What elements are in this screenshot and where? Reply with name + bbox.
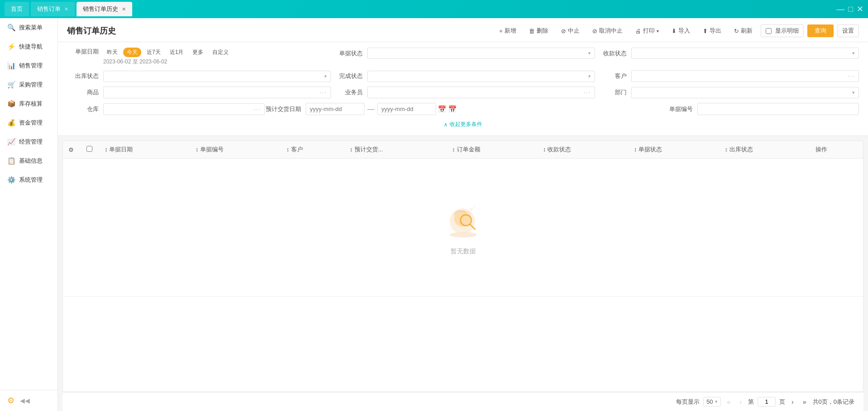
customer-input[interactable]: ··· [631, 70, 859, 82]
tab-sales-order-history[interactable]: 销售订单历史 ✕ [77, 2, 132, 16]
page-title: 销售订单历史 [67, 25, 494, 36]
status-select[interactable]: ▾ [367, 48, 595, 59]
sidebar-item-purchase-mgmt[interactable]: 🛒 采购管理 [0, 75, 58, 94]
th-number: ↕ 单据编号 [190, 141, 281, 159]
salesperson-filter-group: 业务员 ··· [331, 87, 595, 98]
sidebar-item-sales-mgmt[interactable]: 📊 销售管理 [0, 56, 58, 75]
export-label: 导出 [710, 27, 721, 35]
order-number-filter-group: 单据编号 [661, 103, 859, 115]
maximize-icon[interactable]: □ [848, 5, 853, 14]
import-button[interactable]: ⬇ 导入 [667, 24, 695, 37]
th-doc-text: 单据状态 [638, 146, 662, 153]
total-label: 共0页，0条记录 [813, 398, 854, 406]
outbound-filter-group: 出库状态 ▾ [67, 71, 331, 82]
order-number-input[interactable] [697, 103, 859, 115]
settings-button[interactable]: 设置 [837, 24, 859, 37]
receipt-status-arrow-icon: ▾ [852, 50, 855, 56]
tab-sales-order-close[interactable]: ✕ [64, 6, 68, 12]
th-number-sort-icon: ↕ [196, 146, 200, 153]
sidebar-item-quick-nav[interactable]: ⚡ 快捷导航 [0, 37, 58, 56]
first-page-button[interactable]: « [724, 397, 734, 406]
cancel-stop-button[interactable]: ⊘ 取消中止 [588, 24, 627, 37]
expected-date-end[interactable] [377, 103, 436, 115]
department-filter-group: 部门 ▾ [595, 87, 859, 98]
sidebar-item-capital-mgmt-label: 资金管理 [19, 119, 43, 127]
tab-sales-order-history-close[interactable]: ✕ [122, 6, 126, 12]
sidebar-item-purchase-mgmt-label: 采购管理 [19, 81, 43, 89]
sidebar-item-system-mgmt[interactable]: ⚙️ 系统管理 [0, 170, 58, 189]
prev-page-button[interactable]: ‹ [737, 397, 744, 406]
product-label: 商品 [67, 88, 103, 97]
page-size-select[interactable]: 50 ▾ [703, 397, 720, 406]
completion-status-select[interactable]: ▾ [367, 71, 595, 82]
date-btn-more[interactable]: 更多 [189, 48, 207, 57]
tab-sales-order[interactable]: 销售订单 ✕ [31, 2, 75, 16]
receipt-status-label: 收款状态 [595, 49, 631, 58]
collapse-button[interactable]: ∧ 收起更多条件 [67, 119, 859, 130]
date-btn-last1m[interactable]: 近1月 [166, 48, 187, 57]
sidebar-item-capital-mgmt[interactable]: 💰 资金管理 [0, 113, 58, 132]
last-page-button[interactable]: » [800, 397, 809, 406]
query-button[interactable]: 查询 [807, 24, 834, 37]
filter-row-2: 出库状态 ▾ 完成状态 ▾ 客户 [67, 70, 859, 82]
header-row: ⚙ ↕ 单据日期 ↕ 单据编号 ↕ 客户 [63, 141, 863, 159]
export-button[interactable]: ⬆ 导出 [698, 24, 726, 37]
customer-filter-group: 客户 ··· [595, 70, 859, 82]
th-amount-text: 订单金额 [457, 146, 480, 153]
next-page-button[interactable]: › [789, 397, 796, 406]
minimize-icon[interactable]: — [836, 5, 844, 14]
th-amount-sort-icon: ↕ [452, 146, 457, 153]
select-all-checkbox[interactable] [86, 146, 92, 152]
salesperson-input[interactable]: ··· [367, 87, 595, 98]
th-customer: ↕ 客户 [281, 141, 344, 159]
date-btn-today[interactable]: 今天 [123, 48, 141, 57]
content-area: 销售订单历史 + 新增 🗑 删除 ⊘ 中止 ⊘ 取消中止 [58, 18, 868, 411]
department-select[interactable]: ▾ [631, 87, 859, 98]
print-arrow-icon: ▾ [657, 29, 659, 34]
close-window-icon[interactable]: ✕ [857, 4, 863, 14]
tab-home[interactable]: 首页 [5, 2, 29, 16]
new-button[interactable]: + 新增 [494, 24, 521, 37]
display-columns-checkbox[interactable] [766, 28, 772, 34]
operations-icon: 📈 [7, 138, 15, 146]
sidebar-item-operations-label: 经营管理 [19, 138, 43, 146]
date-start-calendar-icon[interactable]: 📅 [438, 105, 446, 113]
receipt-status-select[interactable]: ▾ [631, 48, 859, 59]
print-button[interactable]: 🖨 打印 ▾ [631, 24, 663, 37]
salesperson-label: 业务员 [331, 88, 367, 97]
page-size-arrow-icon: ▾ [715, 399, 718, 405]
date-btn-custom[interactable]: 自定义 [209, 48, 232, 57]
date-btn-last7[interactable]: 近7天 [143, 48, 164, 57]
sidebar-item-search-menu[interactable]: 🔍 搜索菜单 [0, 18, 58, 37]
th-amount: ↕ 订单金额 [447, 141, 538, 159]
th-outbound-status: ↕ 出库状态 [719, 141, 810, 159]
date-btn-yesterday[interactable]: 昨天 [103, 48, 121, 57]
th-settings[interactable]: ⚙ [63, 141, 81, 159]
expected-date-label: 预计交货日期 [265, 105, 306, 113]
sidebar-item-basic-info[interactable]: 📋 基础信息 [0, 151, 58, 170]
sidebar-item-inventory[interactable]: 📦 库存核算 [0, 94, 58, 113]
stop-button[interactable]: ⊘ 中止 [556, 24, 584, 37]
pagination-bar: 每页显示 50 ▾ « ‹ 第 页 › » 共0页，0条记录 [62, 392, 863, 411]
quick-nav-icon: ⚡ [7, 43, 15, 51]
settings-bottom-icon[interactable]: ⚙ [7, 396, 14, 406]
outbound-status-select[interactable]: ▾ [103, 71, 331, 82]
svg-point-6 [470, 208, 473, 211]
main-layout: 🔍 搜索菜单 ⚡ 快捷导航 📊 销售管理 🛒 采购管理 📦 库存核算 💰 资金管… [0, 18, 868, 411]
expected-date-start[interactable] [306, 103, 364, 115]
svg-point-7 [473, 206, 475, 208]
th-customer-sort-icon: ↕ [286, 146, 291, 153]
delete-button[interactable]: 🗑 删除 [524, 24, 553, 37]
refresh-button[interactable]: ↻ 刷新 [729, 24, 757, 37]
th-checkbox[interactable] [81, 141, 99, 159]
collapse-sidebar-icon[interactable]: ◀◀ [20, 397, 30, 404]
display-columns-toggle[interactable]: 显示明细 [761, 24, 804, 37]
collapse-up-icon: ∧ [444, 121, 448, 128]
page-number-input[interactable] [758, 397, 776, 406]
sidebar-item-operations[interactable]: 📈 经营管理 [0, 132, 58, 151]
date-range-text: 2023-06-02 至 2023-06-02 [103, 58, 232, 66]
warehouse-input[interactable]: ··· [103, 103, 265, 115]
product-input[interactable]: ··· [103, 87, 331, 98]
capital-mgmt-icon: 💰 [7, 119, 15, 127]
date-end-calendar-icon[interactable]: 📅 [448, 105, 457, 113]
